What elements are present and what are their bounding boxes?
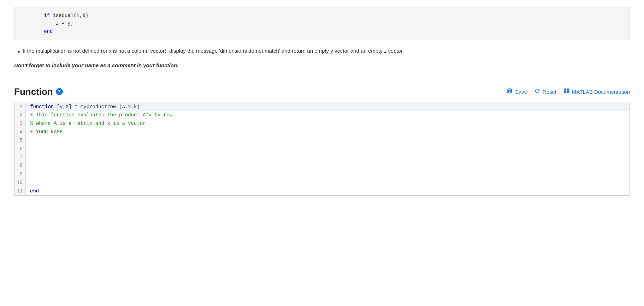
line-content-5 bbox=[26, 137, 630, 145]
help-icon[interactable]: ? bbox=[56, 88, 63, 95]
line-content-6 bbox=[26, 145, 630, 154]
kw-end: end bbox=[30, 188, 39, 194]
line-number-7: 7 bbox=[14, 153, 26, 162]
save-icon bbox=[507, 88, 513, 96]
line-number-11: 11 bbox=[14, 187, 26, 196]
code-line-3: 3 % where A is a matrix and x is a vecto… bbox=[14, 120, 630, 128]
code-line-5: 5 bbox=[14, 137, 630, 145]
code-line-7: 7 bbox=[14, 153, 630, 162]
line-number-1: 1 bbox=[14, 103, 26, 111]
top-code-line-2: z = y; bbox=[20, 19, 624, 27]
function-header: Function ? Save bbox=[14, 86, 630, 97]
line-content-11: end bbox=[26, 187, 630, 196]
code-line-1: 1 function [y,z] = myproductrow (A,x,k) bbox=[14, 103, 630, 111]
matlab-docs-button[interactable]: MATLAB Documentation bbox=[563, 88, 630, 96]
function-title: Function bbox=[14, 86, 53, 97]
kw-function: function bbox=[30, 104, 54, 110]
save-label: Save bbox=[515, 89, 527, 95]
italic-note: Don't forget to include your name as a c… bbox=[14, 62, 630, 68]
matlab-docs-icon bbox=[563, 88, 570, 96]
reset-label: Reset bbox=[543, 89, 556, 95]
line-content-2: % This function evaluates the product A*… bbox=[26, 111, 630, 120]
function-title-group: Function ? bbox=[14, 86, 63, 97]
line-content-3: % where A is a matrix and x is a vector bbox=[26, 120, 630, 128]
line-number-6: 6 bbox=[14, 145, 26, 154]
top-code-line-1: if isequal(i,k) bbox=[20, 12, 624, 19]
bullet-item: ■ If the multiplication is not defined (… bbox=[18, 47, 630, 55]
line-content-8 bbox=[26, 162, 630, 170]
reset-button[interactable]: Reset bbox=[534, 88, 556, 96]
page-container: if isequal(i,k) z = y; end ■ If the mult… bbox=[0, 0, 644, 203]
line-number-5: 5 bbox=[14, 137, 26, 145]
line-content-1: function [y,z] = myproductrow (A,x,k) bbox=[26, 103, 630, 111]
code-line-10: 10 bbox=[14, 179, 630, 187]
code-line-6: 6 bbox=[14, 145, 630, 154]
keyword-if: if bbox=[44, 13, 50, 18]
line-number-2: 2 bbox=[14, 111, 26, 120]
line-content-9 bbox=[26, 170, 630, 179]
code-line-11: 11 end bbox=[14, 187, 630, 196]
line-content-7 bbox=[26, 153, 630, 162]
save-button[interactable]: Save bbox=[507, 88, 527, 96]
section-divider bbox=[14, 79, 630, 79]
line-number-8: 8 bbox=[14, 162, 26, 170]
code-line-2: 2 % This function evaluates the product … bbox=[14, 111, 630, 120]
bullet-text: If the multiplication is not defined (or… bbox=[23, 47, 404, 55]
line-content-4: % YOUR NAME bbox=[26, 128, 630, 137]
code-line-4: 4 % YOUR NAME bbox=[14, 128, 630, 137]
line-number-9: 9 bbox=[14, 170, 26, 179]
top-code-block: if isequal(i,k) z = y; end bbox=[14, 7, 630, 40]
bullet-section: ■ If the multiplication is not defined (… bbox=[14, 47, 630, 55]
code-line-9: 9 bbox=[14, 170, 630, 179]
reset-icon bbox=[534, 88, 540, 96]
line-number-10: 10 bbox=[14, 179, 26, 187]
code-editor[interactable]: 1 function [y,z] = myproductrow (A,x,k) … bbox=[14, 103, 630, 196]
header-actions: Save Reset M bbox=[507, 88, 630, 96]
bullet-icon: ■ bbox=[18, 49, 20, 54]
top-code-line-3: end bbox=[20, 28, 624, 35]
code-line-8: 8 bbox=[14, 162, 630, 170]
line-content-10 bbox=[26, 179, 630, 187]
keyword-end-top: end bbox=[44, 29, 53, 34]
line-number-4: 4 bbox=[14, 128, 26, 137]
matlab-docs-label: MATLAB Documentation bbox=[572, 89, 630, 95]
line-number-3: 3 bbox=[14, 120, 26, 128]
